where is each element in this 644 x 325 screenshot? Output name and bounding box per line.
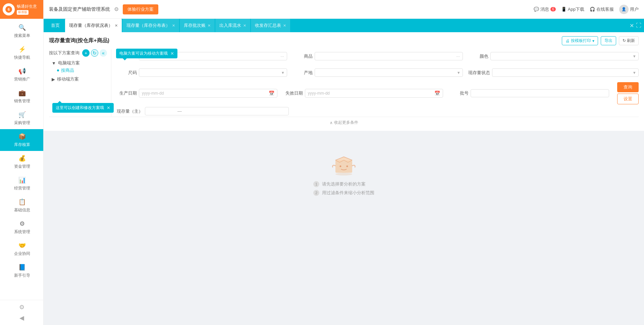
user-label: 用户	[630, 6, 639, 12]
tab-action-btns: ✕ ⛶	[630, 22, 641, 29]
expire-date-calendar-icon: 📅	[434, 91, 440, 96]
btn-export[interactable]: 导出	[601, 36, 616, 45]
scheme-item-goods[interactable]: 按商品	[52, 67, 107, 74]
tab-inventory-dist[interactable]: 现存量（库存分布表） ✕	[122, 19, 179, 32]
online-support-btn[interactable]: 🎧 在线客服	[590, 6, 614, 12]
produce-date-calendar-icon: 📅	[269, 91, 274, 96]
stock-status-chevron: ▾	[633, 70, 636, 75]
sidebar-item-marketing[interactable]: 📢 营销推广	[0, 64, 43, 86]
tab-inventory-status[interactable]: 现存量（库存状况表） ✕	[65, 19, 122, 32]
collab-icon: 🤝	[18, 241, 26, 250]
tab-home[interactable]: 首页	[46, 19, 64, 32]
refresh-scheme-btn[interactable]: ↻	[91, 49, 98, 57]
tooltip-create-close[interactable]: ✕	[107, 105, 110, 110]
app-download-btn[interactable]: 📱 App下载	[561, 6, 584, 12]
message-icon: 💬	[534, 7, 539, 12]
collapse-sidebar-icon[interactable]: ◀	[19, 314, 24, 322]
origin-label: 产地	[292, 70, 313, 76]
batch-input[interactable]	[471, 89, 609, 97]
sidebar-item-system[interactable]: ⚙ 系统管理	[0, 216, 43, 238]
btn-set[interactable]: 设置	[617, 94, 639, 104]
sidebar-item-label: 销售管理	[14, 98, 30, 104]
tooltip-scheme-close[interactable]: ✕	[170, 51, 174, 56]
expire-date-input[interactable]: yyyy-mm-dd 📅	[305, 89, 443, 98]
goods-input[interactable]: ···	[315, 52, 463, 60]
chevron-right-icon: ▶	[52, 77, 55, 82]
topbar-left: 装备及固定资产辅助管理系统 ⚙ 体验行业方案	[49, 4, 158, 14]
empty-step1: 1 请先选择要分析的方案	[313, 181, 374, 187]
scheme-group-mobile-header[interactable]: ▶ 移动端方案	[52, 75, 107, 83]
sidebar-item-purchase[interactable]: 🛒 采购管理	[0, 107, 43, 129]
tab-close-all-btn[interactable]: ✕	[630, 22, 634, 29]
tooltip-scheme: 电脑方案可设为移动方案哦 ✕	[116, 49, 177, 58]
collapse-up-icon: ∧	[330, 120, 333, 125]
sidebar-item-base[interactable]: 📋 基础信息	[0, 195, 43, 216]
industry-btn[interactable]: 体验行业方案	[123, 4, 158, 14]
sidebar-item-label: 系统管理	[14, 229, 30, 235]
origin-input[interactable]: ▾	[315, 68, 463, 77]
stock-range-dash: —	[177, 109, 182, 114]
sidebar-item-inventory[interactable]: 📦 库存核算	[0, 129, 43, 151]
size-input[interactable]: ▾	[139, 68, 287, 77]
filter-field-color: 颜色 ▾	[468, 52, 639, 60]
sidebar-item-quicknav[interactable]: ⚡ 快捷导航	[0, 42, 43, 64]
batch-label: 批号	[448, 90, 469, 96]
tab-inventory-dist-close[interactable]: ✕	[172, 23, 175, 28]
user-btn[interactable]: 👤 用户	[619, 5, 639, 14]
sidebar-item-label: 搜索菜单	[14, 33, 30, 39]
btn-refresh[interactable]: ↻ 刷新	[619, 36, 639, 45]
tab-maximize-btn[interactable]: ⛶	[636, 22, 641, 29]
produce-date-input[interactable]: yyyy-mm-dd 📅	[139, 89, 277, 98]
step2-text: 用过滤条件来缩小分析范围	[322, 190, 374, 196]
tab-inventory-status-label: 现存量（库存状况表）	[69, 22, 113, 29]
chevron-down-icon: ▼	[52, 61, 56, 66]
sidebar-item-sales[interactable]: 💼 销售管理	[0, 86, 43, 107]
sidebar-item-search[interactable]: 🔍 搜索菜单	[0, 20, 43, 42]
expire-date-label: 失效日期	[283, 90, 303, 96]
filter-row2: 尺码 ▾ 产地 ▾	[117, 66, 639, 79]
tab-inout-flow-label: 出入库流水	[219, 22, 241, 29]
size-chevron: ▾	[282, 70, 284, 75]
stock-min-input[interactable]	[148, 109, 175, 114]
stock-max-input[interactable]	[184, 109, 211, 114]
sidebar-item-collab[interactable]: 🤝 企业协同	[0, 238, 43, 260]
stock-status-input[interactable]: ▾	[492, 68, 639, 77]
message-btn[interactable]: 💬 消息 6	[534, 6, 556, 12]
filter-field-stock: 现存量（主） —	[117, 107, 289, 115]
tab-inventory-batch[interactable]: 库存批次账 ✕	[180, 19, 215, 32]
topbar-gear-icon[interactable]: ⚙	[114, 6, 119, 12]
collapse-bar[interactable]: ∧ 收起更多条件	[49, 117, 639, 128]
tab-summary[interactable]: 收发存汇总表 ✕	[251, 19, 290, 32]
btn-query[interactable]: 查询	[617, 82, 639, 92]
management-icon: 📊	[18, 176, 26, 184]
size-label: 尺码	[117, 70, 137, 76]
filter-row1: 仓库 ··· 商品 ···	[117, 49, 639, 63]
tab-summary-close[interactable]: ✕	[283, 23, 286, 28]
tab-inout-flow[interactable]: 出入库流水 ✕	[215, 19, 250, 32]
tab-inout-flow-close[interactable]: ✕	[243, 23, 246, 28]
tab-inventory-batch-label: 库存批次账	[184, 22, 206, 29]
sidebar-item-label: 新手引导	[14, 273, 30, 278]
sidebar-item-management[interactable]: 📊 经营管理	[0, 173, 43, 195]
back-scheme-btn[interactable]: «	[100, 49, 107, 57]
color-input[interactable]: ▾	[490, 52, 639, 60]
scheme-group-mobile: ▶ 移动端方案	[52, 75, 107, 83]
system-icon: ⚙	[18, 220, 26, 228]
btn-template-print[interactable]: 🖨 按模板打印 ▾	[562, 36, 598, 45]
stock-range-input[interactable]: —	[145, 107, 289, 115]
page-title: 现存量查询(按仓库+商品)	[49, 37, 109, 44]
tab-inventory-batch-close[interactable]: ✕	[208, 23, 211, 28]
filter-field-batch: 批号	[448, 89, 609, 97]
message-badge: 6	[550, 7, 556, 11]
sidebar-logo: 6 畅通好生意 标准版	[0, 0, 43, 19]
filter-field-expire-date: 失效日期 yyyy-mm-dd 📅	[283, 89, 443, 98]
add-scheme-btn[interactable]: +	[82, 49, 90, 57]
svg-rect-2	[335, 160, 352, 173]
sidebar-item-guide[interactable]: 📘 新手引导	[0, 260, 43, 282]
settings-bottom-icon[interactable]: ⚙	[19, 304, 24, 311]
scheme-group-pc-header[interactable]: ▼ 电脑端方案	[52, 59, 107, 67]
sidebar-item-finance[interactable]: 💰 资金管理	[0, 151, 43, 173]
tab-inventory-status-close[interactable]: ✕	[115, 23, 118, 28]
sidebar-item-label: 快捷导航	[14, 55, 30, 60]
sidebar-item-label: 资金管理	[14, 164, 30, 169]
